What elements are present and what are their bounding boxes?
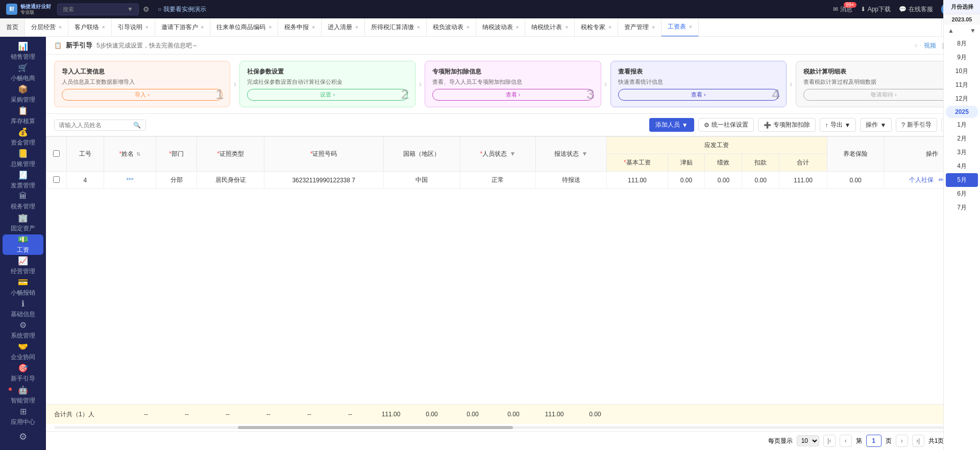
sidebar-item-inventory[interactable]: 📋 库存核算 (3, 105, 43, 126)
page-size-select[interactable]: 10 20 50 (797, 435, 819, 446)
month-item-6[interactable]: 6月 (944, 187, 980, 201)
step-arrow-4: › (787, 61, 796, 107)
tab-close-icon[interactable]: × (355, 25, 358, 30)
tab-nashuitongjl[interactable]: 纳税统计表 × (525, 18, 575, 37)
tab-close-icon[interactable]: × (652, 25, 655, 30)
apps-icon: ⊞ (20, 407, 27, 416)
tab-close-icon[interactable]: × (145, 25, 149, 30)
video-link[interactable]: 视频 (924, 41, 936, 50)
export-button[interactable]: ↑ 导出 ▼ (820, 118, 856, 132)
sidebar-item-operation[interactable]: 📈 经营管理 (3, 256, 43, 276)
tab-zichan[interactable]: 资产管理 × (618, 18, 662, 37)
operations-button[interactable]: 操作 ▼ (860, 118, 892, 132)
tab-close-icon[interactable]: × (516, 25, 519, 30)
online-service-button[interactable]: 💬 在线客服 (899, 5, 933, 14)
row-checkbox[interactable] (53, 176, 60, 183)
tab-jinru[interactable]: 进入清册 × (322, 18, 365, 37)
page-last-button[interactable]: ›| (912, 435, 924, 447)
tab-shuifu[interactable]: 税负波动表 × (427, 18, 476, 37)
sidebar-item-basic[interactable]: ℹ 基础信息 (3, 299, 43, 319)
month-item-3[interactable]: 3月 (944, 146, 980, 159)
page-prev-button[interactable]: ‹ (840, 435, 852, 447)
tab-yaoqing[interactable]: 邀请下游客户 × (155, 18, 211, 37)
tab-home[interactable]: 首页 (0, 18, 25, 37)
tab-nashui[interactable]: 纳税波动表 × (476, 18, 526, 37)
special-deduction-button[interactable]: ➕ 专项附加扣除 (758, 118, 816, 132)
sidebar-item-expense[interactable]: 💳 小畅报销 (3, 277, 43, 298)
sidebar-item-finance-label: 资金管理 (11, 138, 35, 147)
sidebar-item-apps[interactable]: ⊞ 应用中心 (3, 406, 43, 427)
month-item-1[interactable]: 1月 (944, 118, 980, 132)
step-3-button[interactable]: 查看 › (432, 89, 593, 101)
tab-suodeshui[interactable]: 所得税汇算清缴 × (365, 18, 427, 37)
gear-button[interactable]: ⚙ (3, 428, 43, 446)
sidebar-item-ecommerce[interactable]: 🛒 小畅电商 (3, 62, 43, 83)
tab-close-active-icon[interactable]: × (689, 24, 692, 30)
sidebar-item-salary[interactable]: 💵 工资 (3, 234, 43, 255)
social-security-settings-button[interactable]: ⚙ 统一社保设置 (698, 118, 754, 132)
search-input[interactable] (59, 122, 130, 129)
add-person-button[interactable]: 添加人员 ▼ (649, 118, 694, 132)
sidebar-item-invoice[interactable]: 🧾 发票管理 (3, 170, 43, 190)
month-item-10[interactable]: 10月 (944, 64, 980, 78)
page-first-button[interactable]: |‹ (823, 435, 836, 447)
personal-social-insurance-link[interactable]: 个人社保 (909, 176, 934, 183)
page-next-button[interactable]: › (896, 435, 908, 447)
sidebar-item-assets[interactable]: 🏢 固定资产 (3, 213, 43, 233)
tab-close-icon[interactable]: × (608, 25, 611, 30)
tab-close-icon[interactable]: × (417, 25, 420, 30)
td-checkbox (46, 172, 67, 189)
tab-yindao[interactable]: 引导说明 × (112, 18, 155, 37)
tab-close-icon[interactable]: × (201, 25, 204, 30)
step-1-button[interactable]: 导入 › (62, 89, 223, 101)
month-item-year-2025[interactable]: 2025 (946, 106, 978, 118)
select-all-checkbox[interactable] (53, 150, 60, 157)
month-item-9[interactable]: 9月 (944, 51, 980, 64)
tab-close-icon[interactable]: × (467, 25, 470, 30)
tab-close-icon[interactable]: × (312, 25, 315, 30)
step-5-button[interactable]: 敬请期待 › (803, 89, 964, 101)
tab-kehulianlo[interactable]: 客户联络 × (68, 18, 112, 37)
new-guide-button[interactable]: ? 新手引导 (896, 118, 937, 132)
tab-close-icon[interactable]: × (268, 25, 272, 30)
step-2-button[interactable]: 设置 › (247, 89, 408, 101)
sidebar-item-sales[interactable]: 📊 销售管理 (3, 41, 43, 61)
tab-close-icon[interactable]: × (59, 25, 62, 30)
scroll-track[interactable] (54, 426, 972, 429)
th-name: *姓名 ⇅ (104, 137, 156, 172)
search-input-wrapper[interactable]: 🔍 (54, 120, 146, 131)
tab-shuiwu[interactable]: 税务申报 × (278, 18, 322, 37)
month-item-12[interactable]: 12月 (944, 92, 980, 106)
step-4-button[interactable]: 查看 › (618, 89, 779, 101)
sidebar-item-tax[interactable]: 🏛 税务管理 (3, 191, 43, 211)
sidebar-item-finance[interactable]: 💰 资金管理 (3, 127, 43, 147)
tab-fengjing[interactable]: 分层经营 × (25, 18, 68, 37)
month-item-8[interactable]: 8月 (944, 37, 980, 51)
sidebar-item-ledger[interactable]: 📒 总账管理 (3, 148, 43, 169)
month-item-7[interactable]: 7月 (944, 201, 980, 215)
search-bar[interactable]: 搜索 ▼ (57, 4, 139, 15)
assets-icon: 🏢 (18, 213, 28, 223)
step-card-2: 社保参数设置 完成社保参数设置自动计算社保公积金 设置 › 2 (239, 61, 415, 107)
tab-close-icon[interactable]: × (102, 25, 105, 30)
month-item-4[interactable]: 4月 (944, 159, 980, 173)
tab-close-icon[interactable]: × (565, 25, 568, 30)
sidebar-item-purchase[interactable]: 📦 采购管理 (3, 84, 43, 104)
search-icon[interactable]: 🔍 (133, 122, 141, 129)
month-item-2[interactable]: 2月 (944, 132, 980, 146)
demo-link[interactable]: ○ 我要看实例演示 (158, 5, 206, 14)
sidebar-item-guide[interactable]: 🎯 新手引导 (3, 363, 43, 384)
tab-shuijian[interactable]: 税检专家 × (575, 18, 618, 37)
month-item-11[interactable]: 11月 (944, 78, 980, 92)
tab-gongzi[interactable]: 工资表 × (662, 18, 699, 37)
sidebar-item-ai[interactable]: 🤖 智能管理 (3, 385, 43, 405)
message-button[interactable]: ✉ 消息 99+ (833, 5, 852, 14)
settings-icon[interactable]: ⚙ (143, 5, 150, 13)
sidebar-item-collab[interactable]: 🤝 企业协同 (3, 342, 43, 362)
tab-wanglai[interactable]: 往来单位商品编码 × (210, 18, 278, 37)
sales-icon: 📊 (18, 41, 28, 51)
scroll-thumb[interactable] (238, 426, 513, 429)
app-download-button[interactable]: ⬇ App下载 (861, 5, 891, 14)
month-item-5[interactable]: 5月 (946, 173, 978, 187)
sidebar-item-system[interactable]: ⚙ 系统管理 (3, 320, 43, 341)
